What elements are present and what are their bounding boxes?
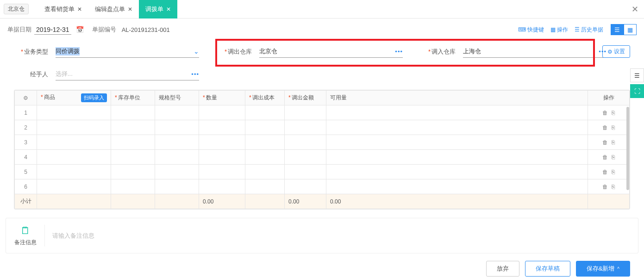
handler-group: 经手人 选择... ••• — [14, 68, 199, 80]
subtotal-avail: 0.00 — [326, 194, 588, 209]
delete-icon[interactable]: 🗑 — [602, 169, 608, 175]
view-grid-button[interactable]: ▦ — [624, 24, 637, 35]
abandon-button[interactable]: 放弃 — [486, 261, 519, 277]
biz-type-group: *业务类型 同价调拨 ⌄ — [14, 45, 199, 58]
row-index: 3 — [15, 135, 37, 150]
memo-icon: 🗒 — [13, 225, 38, 237]
col-spec: 规格型号 — [159, 94, 181, 101]
save-draft-button[interactable]: 保存草稿 — [525, 261, 570, 277]
close-icon[interactable]: ✕ — [77, 6, 82, 12]
history-link[interactable]: ☰历史单据 — [575, 26, 603, 34]
handler-select[interactable]: 选择... ••• — [56, 68, 199, 80]
delete-icon[interactable]: 🗑 — [602, 154, 608, 160]
copy-icon[interactable]: ⎘ — [612, 154, 615, 160]
subtotal-amount: 0.00 — [285, 194, 326, 209]
field-label: 业务类型 — [24, 48, 48, 55]
field-label: 调入仓库 — [431, 48, 456, 55]
grid-icon: ▦ — [550, 26, 556, 33]
copy-icon[interactable]: ⎘ — [612, 184, 615, 190]
copy-icon[interactable]: ⎘ — [612, 139, 615, 146]
view-toggle: ☰ ▦ — [611, 24, 637, 35]
field-label: 调出仓库 — [228, 48, 252, 55]
in-warehouse-group: *调入仓库 上海仓 ••• — [421, 45, 606, 58]
col-product: 商品 — [44, 94, 55, 100]
out-warehouse-group: *调出仓库 北京仓 ••• — [218, 45, 403, 58]
footer-actions: 放弃 保存草稿 保存&新增^ — [0, 253, 644, 277]
col-amount: 调出金额 — [292, 94, 314, 101]
delete-icon[interactable]: 🗑 — [602, 184, 608, 190]
tab-edit-inventory[interactable]: 编辑盘点单✕ — [88, 0, 139, 18]
tab-label: 编辑盘点单 — [95, 5, 125, 13]
more-icon[interactable]: ••• — [395, 48, 403, 55]
col-cost: 调出成本 — [252, 94, 275, 101]
list-icon: ☰ — [575, 26, 580, 33]
info-bar: 单据日期 2019-12-31 📅 单据编号 AL-20191231-001 ⌨… — [0, 18, 644, 41]
settings-button[interactable]: ⚙设置 — [602, 45, 630, 58]
subtotal-qty: 0.00 — [199, 194, 245, 209]
memo-area: 🗒 备注信息 — [6, 218, 638, 253]
col-avail: 可用量 — [330, 94, 347, 101]
row-index: 6 — [15, 179, 37, 194]
field-value: 上海仓 — [463, 47, 481, 55]
row-index: 4 — [15, 150, 37, 165]
tab-transfer-order[interactable]: 调拨单✕ — [139, 0, 177, 18]
side-note-button[interactable]: ☰ — [630, 68, 644, 82]
keyboard-icon: ⌨ — [518, 26, 526, 33]
tab-label: 查看销货单 — [44, 5, 75, 13]
date-value[interactable]: 2019-12-31 — [34, 25, 71, 35]
shortcut-link[interactable]: ⌨快捷键 — [518, 26, 544, 34]
out-warehouse-select[interactable]: 北京仓 ••• — [259, 45, 403, 58]
col-qty: 数量 — [206, 94, 217, 101]
tab-label: 调拨单 — [145, 5, 163, 13]
chevron-up-icon: ^ — [617, 266, 619, 271]
view-list-button[interactable]: ☰ — [611, 24, 624, 35]
code-value: AL-20191231-001 — [122, 26, 170, 33]
copy-icon[interactable]: ⎘ — [612, 124, 615, 131]
table-row[interactable]: 4🗑⎘ — [15, 150, 630, 165]
side-expand-button[interactable]: ⛶ — [630, 84, 644, 98]
table-row[interactable]: 5🗑⎘ — [15, 165, 630, 179]
close-icon[interactable]: ✕ — [166, 6, 171, 12]
in-warehouse-select[interactable]: 上海仓 ••• — [463, 45, 606, 58]
save-new-button[interactable]: 保存&新增^ — [576, 261, 630, 277]
delete-icon[interactable]: 🗑 — [602, 124, 608, 131]
memo-input[interactable] — [45, 225, 631, 246]
table-row[interactable]: 1🗑⎘ — [15, 105, 630, 120]
row-index: 1 — [15, 105, 37, 120]
field-value: 同价调拨 — [56, 47, 80, 55]
subtotal-label: 小计 — [15, 194, 37, 209]
scrollbar-thumb[interactable] — [626, 107, 629, 190]
chevron-down-icon: ⌄ — [194, 48, 199, 55]
items-table: ⚙ *商品扫码录入 *库存单位 规格型号 *数量 *调出成本 *调出金额 可用量… — [14, 90, 630, 209]
side-tools: ☰ ⛶ — [630, 68, 644, 100]
operate-link[interactable]: ▦操作 — [550, 26, 568, 34]
row-index: 2 — [15, 120, 37, 135]
col-ops: 操作 — [588, 91, 630, 105]
field-value: 北京仓 — [259, 47, 277, 55]
calendar-icon[interactable]: 📅 — [76, 26, 84, 33]
table-header-row: ⚙ *商品扫码录入 *库存单位 规格型号 *数量 *调出成本 *调出金额 可用量… — [15, 91, 630, 105]
table-row[interactable]: 2🗑⎘ — [15, 120, 630, 135]
form-area: *业务类型 同价调拨 ⌄ *调出仓库 北京仓 ••• *调入仓库 上海仓 •••… — [0, 41, 644, 80]
row-index: 5 — [15, 165, 37, 179]
table-row[interactable]: 3🗑⎘ — [15, 135, 630, 150]
close-icon[interactable]: ✕ — [128, 6, 132, 12]
delete-icon[interactable]: 🗑 — [602, 139, 608, 146]
table-row[interactable]: 6🗑⎘ — [15, 179, 630, 194]
memo-label: 备注信息 — [13, 239, 38, 246]
biz-type-select[interactable]: 同价调拨 ⌄ — [56, 45, 199, 58]
gear-icon: ⚙ — [607, 49, 613, 55]
code-label: 单据编号 — [92, 25, 116, 34]
tab-bar: 北京仓 查看销货单✕ 编辑盘点单✕ 调拨单✕ ✕ — [0, 0, 644, 18]
subtotal-row: 小计 0.00 0.00 0.00 — [15, 194, 630, 209]
tab-view-sales[interactable]: 查看销货单✕ — [38, 0, 88, 18]
col-unit: 库存单位 — [118, 94, 140, 101]
delete-icon[interactable]: 🗑 — [602, 110, 608, 116]
close-all-icon[interactable]: ✕ — [631, 4, 638, 14]
warehouse-badge: 北京仓 — [4, 4, 29, 14]
scan-badge[interactable]: 扫码录入 — [81, 93, 107, 102]
copy-icon[interactable]: ⎘ — [612, 169, 615, 175]
gear-icon[interactable]: ⚙ — [23, 95, 28, 101]
more-icon[interactable]: ••• — [191, 71, 199, 78]
copy-icon[interactable]: ⎘ — [612, 110, 615, 116]
